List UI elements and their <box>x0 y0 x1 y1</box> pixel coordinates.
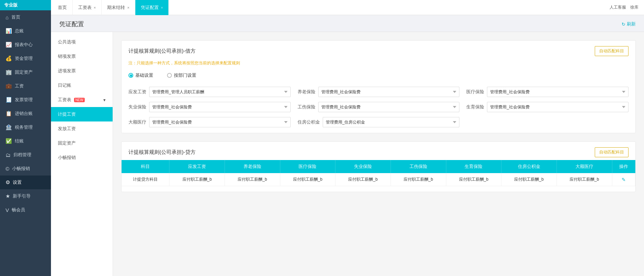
sidebar-item-label: 报表中心 <box>15 42 33 48</box>
sidebar-item-label: 资金管理 <box>15 55 33 62</box>
sidebar-item-new-guide[interactable]: ★ 新手引导 <box>0 189 51 203</box>
left-menu-label: 公共选项 <box>58 39 76 45</box>
content-area: 公共选项 销项发票 进项发票 日记账 工资表 NEW ▾ 计提工资 <box>51 32 644 276</box>
sidebar-item-purchase-sales[interactable]: 📋 进销台账 <box>0 107 51 120</box>
sidebar-item-tax-management[interactable]: 🏦 税务管理 <box>0 120 51 134</box>
left-menu-xiaochang-expense[interactable]: 小畅报销 <box>51 150 113 165</box>
ledger-icon: 📋 <box>6 110 12 117</box>
label-shengyu-baoxian: 生育保险 <box>466 104 484 110</box>
sidebar-item-archive[interactable]: 🗂 归档管理 <box>0 148 51 162</box>
th-shengyu: 生育保险 <box>446 160 501 173</box>
chart-icon: 📊 <box>6 28 12 34</box>
left-menu-label: 日记账 <box>58 82 71 88</box>
field-dae-yiliao: 大额医疗 管理费用_社会保险费 <box>128 117 291 127</box>
td-yiliao: 应付职工薪酬_b <box>280 173 335 186</box>
close-voucher-config-tab[interactable]: × <box>161 6 163 10</box>
td-yanglao: 应付职工薪酬_b <box>225 173 280 186</box>
username-label: 徐库 <box>630 4 638 10</box>
left-menu-label: 进项发票 <box>58 68 76 74</box>
left-menu-payroll-distribute[interactable]: 发放工资 <box>51 121 113 136</box>
left-menu-payroll-accrual[interactable]: 计提工资 <box>51 107 113 121</box>
left-menu-fixed-assets[interactable]: 固定资产 <box>51 136 113 150</box>
close-payroll-tab[interactable]: × <box>94 6 96 10</box>
select-gongshang-baoxian[interactable]: 管理费用_社会保险费 <box>318 102 460 112</box>
td-subject: 计提贷方科目 <box>122 173 169 186</box>
td-action[interactable]: ✎ <box>612 173 635 186</box>
left-menu-label: 计提工资 <box>58 111 76 117</box>
star-icon: ★ <box>6 193 10 199</box>
top-right-area: 人工客服 徐库 <box>610 4 644 10</box>
main-content: 计提核算规则(公司承担)-借方 自动匹配科目 注：只能选择一种方式，系统将按照您… <box>113 32 644 276</box>
sidebar-item-xiaochang-expense[interactable]: © 小畅报销 <box>0 162 51 176</box>
main-area: 首页 工资表 × 期末结转 × 凭证配置 × 人工客服 徐库 凭证配置 ↻ 刷新 <box>51 0 644 276</box>
sidebar-item-settlement[interactable]: ✅ 结账 <box>0 134 51 148</box>
gear-icon: ⚙ <box>6 179 10 185</box>
user-service-label[interactable]: 人工客服 <box>610 4 626 10</box>
label-yanglao-baoxian: 养老保险 <box>298 89 315 95</box>
left-menu-sales-invoice[interactable]: 销项发票 <box>51 49 113 64</box>
radio-basic-setting[interactable]: 基础设置 <box>128 72 153 78</box>
td-shengyu: 应付职工薪酬_b <box>446 173 501 186</box>
left-menu-journal[interactable]: 日记账 <box>51 78 113 93</box>
archive-icon: 🗂 <box>6 152 11 158</box>
edit-icon[interactable]: ✎ <box>622 177 626 182</box>
sidebar-item-general-ledger[interactable]: 📊 总账 <box>0 24 51 38</box>
th-action: 操作 <box>612 160 635 173</box>
copyright-icon: © <box>6 166 9 172</box>
fund-icon: 💰 <box>6 55 12 62</box>
select-shiye-baoxian[interactable]: 管理费用_社会保险费 <box>149 102 291 112</box>
left-menu-label: 发放工资 <box>58 126 76 132</box>
tab-period-end[interactable]: 期末结转 × <box>102 0 135 15</box>
tab-payroll-table[interactable]: 工资表 × <box>73 0 102 15</box>
refresh-button[interactable]: ↻ 刷新 <box>622 21 636 27</box>
radio-department-circle <box>167 73 172 78</box>
page-title: 凭证配置 <box>59 20 84 28</box>
credit-auto-match-button[interactable]: 自动匹配科目 <box>595 147 629 157</box>
left-menu-payroll-table[interactable]: 工资表 NEW ▾ <box>51 93 113 107</box>
page-header: 凭证配置 ↻ 刷新 <box>51 15 644 32</box>
sidebar-item-label: 畅会员 <box>12 207 25 213</box>
credit-table: 科目 应发工资 养老保险 医疗保险 失业保险 工伤保险 生育保险 住房公积金 大… <box>122 160 635 186</box>
radio-department-setting[interactable]: 按部门设置 <box>167 72 196 78</box>
sidebar-item-report-center[interactable]: 📈 报表中心 <box>0 38 51 52</box>
sidebar-item-home[interactable]: ⌂ 首页 <box>0 10 51 24</box>
tab-period-end-label: 期末结转 <box>107 4 125 11</box>
select-yiliao-baoxian[interactable]: 管理费用_社会保险费 <box>487 87 629 97</box>
credit-table-body: 计提贷方科目 应付职工薪酬_b 应付职工薪酬_b 应付职工薪酬_b 应付职工薪酬… <box>122 173 635 186</box>
sidebar: 专业版 ⌂ 首页 📊 总账 📈 报表中心 💰 资金管理 🏢 固定资产 💼 工资 … <box>0 0 51 276</box>
sidebar-item-label: 归档管理 <box>13 152 31 158</box>
close-period-end-tab[interactable]: × <box>127 6 129 10</box>
th-yingfa: 应发工资 <box>169 160 225 173</box>
sidebar-item-invoice-management[interactable]: 🧾 发票管理 <box>0 93 51 107</box>
v-icon: V <box>6 207 9 213</box>
select-yingfa-gongzi[interactable]: 管理费用_管理人员职工薪酬 <box>149 87 291 97</box>
tab-home-label: 首页 <box>58 4 67 11</box>
left-menu-label: 工资表 NEW <box>58 97 85 103</box>
left-menu-public-options[interactable]: 公共选项 <box>51 35 113 49</box>
field-yanglao-baoxian: 养老保险 管理费用_社会保险费 <box>298 87 460 97</box>
tab-payroll-label: 工资表 <box>78 4 92 11</box>
left-menu-purchase-invoice[interactable]: 进项发票 <box>51 64 113 78</box>
radio-basic-circle <box>128 73 133 78</box>
sidebar-item-settings[interactable]: ⚙ 设置 <box>0 176 51 189</box>
th-gongshang: 工伤保险 <box>391 160 446 173</box>
credit-section-header: 计提核算规则(公司承担)-贷方 自动匹配科目 <box>122 142 635 160</box>
refresh-icon: ↻ <box>622 22 625 27</box>
select-shengyu-baoxian[interactable]: 管理费用_社会保险费 <box>487 102 629 112</box>
sidebar-item-fixed-assets[interactable]: 🏢 固定资产 <box>0 65 51 79</box>
debit-auto-match-button[interactable]: 自动匹配科目 <box>595 46 629 56</box>
sidebar-item-label: 小畅报销 <box>12 166 30 172</box>
select-zhufang-gongjin[interactable]: 管理费用_住房公积金 <box>323 117 460 127</box>
tab-home[interactable]: 首页 <box>52 0 73 15</box>
th-zhufang: 住房公积金 <box>501 160 557 173</box>
sidebar-item-member[interactable]: V 畅会员 <box>0 203 51 217</box>
sidebar-item-payroll[interactable]: 💼 工资 <box>0 79 51 93</box>
sidebar-item-label: 固定资产 <box>15 69 33 75</box>
select-yanglao-baoxian[interactable]: 管理费用_社会保险费 <box>318 87 460 97</box>
select-dae-yiliao[interactable]: 管理费用_社会保险费 <box>149 117 291 127</box>
field-yiliao-baoxian: 医疗保险 管理费用_社会保险费 <box>466 87 629 97</box>
debit-section-title: 计提核算规则(公司承担)-借方 <box>128 48 196 54</box>
tab-voucher-config[interactable]: 凭证配置 × <box>135 0 169 15</box>
sidebar-item-fund-management[interactable]: 💰 资金管理 <box>0 52 51 65</box>
label-zhufang-gongjin: 住房公积金 <box>298 119 320 125</box>
